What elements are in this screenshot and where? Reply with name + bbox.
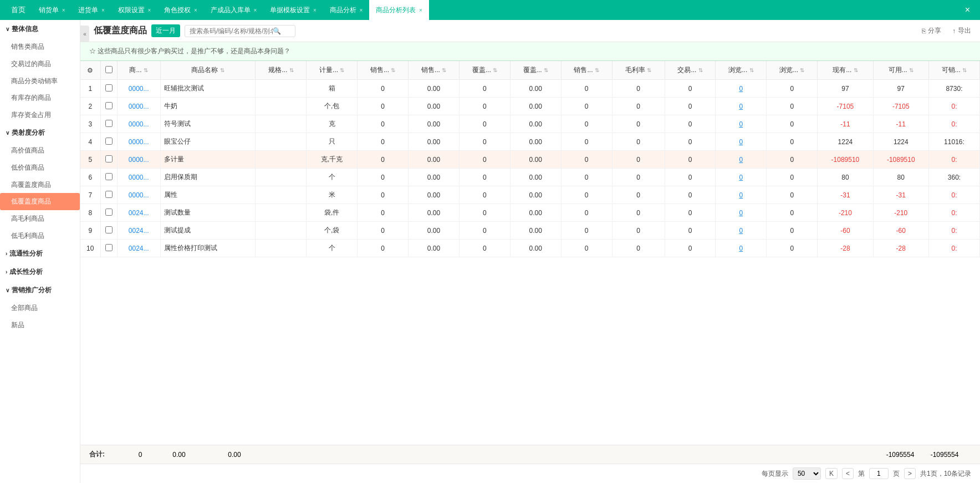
cell-checkbox[interactable] <box>100 204 117 222</box>
cell-gross: 0 <box>612 186 665 204</box>
row-checkbox[interactable] <box>105 173 113 180</box>
cell-browse1[interactable]: 0 <box>716 222 767 240</box>
col-settings[interactable]: ⚙ <box>80 61 100 80</box>
table-row: 5 0000... 多计量 克,千克 0 0.00 0 0.00 0 0 0 0… <box>80 151 980 169</box>
search-icon[interactable]: 🔍 <box>273 27 281 35</box>
nav-templates[interactable]: 单据模板设置 × <box>263 0 323 20</box>
nav-sales[interactable]: 销货单 × <box>32 0 72 20</box>
nav-purchase[interactable]: 进货单 × <box>72 0 111 20</box>
cell-checkbox[interactable] <box>100 222 117 240</box>
cell-browse1[interactable]: 0 <box>716 169 767 186</box>
cell-browse2: 0 <box>767 133 818 151</box>
cell-browse1[interactable]: 0 <box>716 98 767 115</box>
row-checkbox[interactable] <box>105 155 113 162</box>
cell-name: 旺辅批次测试 <box>160 80 256 98</box>
sidebar-item-high-value[interactable]: 高价值商品 <box>0 142 80 159</box>
row-checkbox[interactable] <box>105 138 113 145</box>
sidebar-section-marketing[interactable]: ∨ 营销推广分析 <box>0 281 80 299</box>
nav-close-templates[interactable]: × <box>313 7 317 13</box>
cell-saleable: 0: <box>928 151 979 169</box>
nav-close-sales[interactable]: × <box>62 7 65 13</box>
cell-cover2: 0.00 <box>510 186 561 204</box>
top-nav: 首页 销货单 × 进货单 × 权限设置 × 角色授权 × 产成品入库单 × 单据… <box>0 0 980 20</box>
per-page-select[interactable]: 50 100 <box>793 467 821 480</box>
cell-no: 7 <box>80 186 100 204</box>
share-icon: ⎘ <box>922 27 926 35</box>
cell-checkbox[interactable] <box>100 80 117 98</box>
row-checkbox[interactable] <box>105 226 113 233</box>
nav-home[interactable]: 首页 <box>4 0 32 20</box>
sidebar-item-high-coverage[interactable]: 高覆盖度商品 <box>0 176 80 194</box>
row-checkbox[interactable] <box>105 244 113 251</box>
col-cover2: 覆盖... ⇅ <box>510 61 561 80</box>
cell-checkbox[interactable] <box>100 133 117 151</box>
cell-browse1[interactable]: 0 <box>716 186 767 204</box>
sidebar-section-liquidity[interactable]: › 流通性分析 <box>0 245 80 263</box>
cell-trans: 0 <box>665 240 716 257</box>
search-input[interactable] <box>190 27 273 35</box>
cell-name: 测试数量 <box>160 204 256 222</box>
nav-close-purchase[interactable]: × <box>101 7 105 13</box>
nav-product-analysis[interactable]: 商品分析 × <box>323 0 369 20</box>
select-all-checkbox[interactable] <box>105 66 113 73</box>
nav-product-analysis-list[interactable]: 商品分析列表 × <box>369 0 428 20</box>
table-container: ⚙ 商... ⇅ 商品名称 ⇅ 规格... ⇅ 计量... ⇅ 销售... ⇅ … <box>80 61 980 445</box>
sidebar-item-stock-funds[interactable]: 库存资金占用 <box>0 106 80 124</box>
first-page-button[interactable]: K <box>825 468 838 479</box>
cell-browse1[interactable]: 0 <box>716 204 767 222</box>
nav-close-finished[interactable]: × <box>254 7 257 13</box>
sidebar-section-growth[interactable]: › 成长性分析 <box>0 263 80 281</box>
cell-checkbox[interactable] <box>100 115 117 133</box>
share-button[interactable]: ⎘ 分享 <box>922 26 941 35</box>
period-button[interactable]: 近一月 <box>151 24 180 37</box>
col-sales2: 销售... ⇅ <box>409 61 460 80</box>
nav-permissions[interactable]: 权限设置 × <box>111 0 157 20</box>
search-box[interactable]: 🔍 <box>185 25 295 37</box>
cell-browse1[interactable]: 0 <box>716 133 767 151</box>
row-checkbox[interactable] <box>105 209 113 216</box>
cell-name: 多计量 <box>160 151 256 169</box>
row-checkbox[interactable] <box>105 84 113 91</box>
cell-browse1[interactable]: 0 <box>716 151 767 169</box>
cell-checkbox[interactable] <box>100 240 117 257</box>
cell-browse1[interactable]: 0 <box>716 240 767 257</box>
sidebar-item-low-coverage[interactable]: 低覆盖度商品 <box>0 193 80 210</box>
row-checkbox[interactable] <box>105 191 113 198</box>
next-page-button[interactable]: > <box>904 468 916 479</box>
cell-checkbox[interactable] <box>100 151 117 169</box>
sidebar-section-coverage[interactable]: ∨ 类射度分析 <box>0 124 80 142</box>
sidebar-item-low-value[interactable]: 低价值商品 <box>0 159 80 176</box>
export-button[interactable]: ↑ 导出 <box>952 26 971 35</box>
cell-sales1: 0 <box>358 80 409 98</box>
cell-browse1[interactable]: 0 <box>716 80 767 98</box>
cell-gross: 0 <box>612 222 665 240</box>
sidebar-section-overall[interactable]: ∨ 整体信息 <box>0 20 80 38</box>
sidebar-item-in-stock[interactable]: 有库存的商品 <box>0 89 80 106</box>
cell-checkbox[interactable] <box>100 186 117 204</box>
sidebar-item-low-margin[interactable]: 低毛利商品 <box>0 227 80 245</box>
cell-browse1[interactable]: 0 <box>716 115 767 133</box>
nav-close-roles[interactable]: × <box>194 7 197 13</box>
export-icon: ↑ <box>952 27 956 35</box>
window-close-button[interactable]: × <box>959 5 976 15</box>
chevron-down-icon-3: ∨ <box>6 287 9 293</box>
nav-finished-goods[interactable]: 产成品入库单 × <box>204 0 263 20</box>
row-checkbox[interactable] <box>105 120 113 127</box>
sidebar-collapse-button[interactable]: « <box>80 26 89 42</box>
cell-checkbox[interactable] <box>100 169 117 186</box>
sidebar-item-traded-goods[interactable]: 交易过的商品 <box>0 55 80 73</box>
sidebar-item-new-goods[interactable]: 新品 <box>0 317 80 334</box>
nav-close-product-analysis[interactable]: × <box>359 7 363 13</box>
row-checkbox[interactable] <box>105 102 113 109</box>
sidebar-item-high-margin[interactable]: 高毛利商品 <box>0 210 80 227</box>
page-input[interactable] <box>869 468 889 479</box>
cell-checkbox[interactable] <box>100 98 117 115</box>
sidebar-item-category-rate[interactable]: 商品分类动销率 <box>0 73 80 90</box>
sidebar-item-all-goods[interactable]: 全部商品 <box>0 299 80 317</box>
col-gross: 毛利率 ⇅ <box>612 61 665 80</box>
prev-page-button[interactable]: < <box>842 468 854 479</box>
nav-close-list[interactable]: × <box>419 7 422 13</box>
nav-close-permissions[interactable]: × <box>148 7 151 13</box>
nav-roles[interactable]: 角色授权 × <box>157 0 203 20</box>
sidebar-item-sales-goods[interactable]: 销售类商品 <box>0 38 80 55</box>
